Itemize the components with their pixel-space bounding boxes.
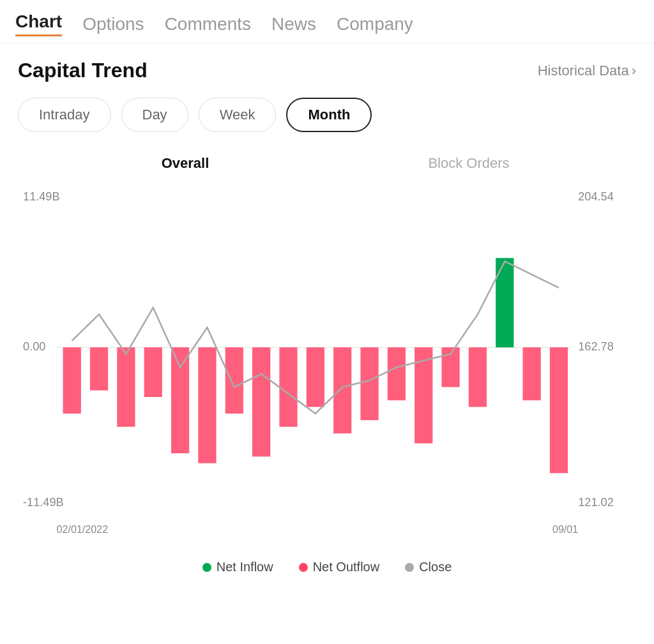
right-mid-label: 162.78	[578, 340, 614, 353]
chart-area: 11.49B 0.00 -11.49B 204.54 162.78 121.02…	[18, 182, 636, 539]
bar-9	[279, 347, 297, 426]
right-top-label: 204.54	[578, 190, 614, 203]
legend-net-inflow: Net Inflow	[202, 560, 273, 574]
historical-data-label: Historical Data	[538, 63, 629, 79]
section-header: Capital Trend Historical Data ›	[18, 59, 636, 82]
net-outflow-label: Net Outflow	[313, 560, 379, 574]
bar-1	[63, 347, 81, 414]
historical-data-link[interactable]: Historical Data ›	[538, 63, 636, 79]
nav-options[interactable]: Options	[82, 14, 144, 34]
close-label: Close	[419, 560, 452, 574]
bar-10	[307, 347, 324, 407]
x-end-label: 09/01	[552, 523, 578, 534]
tab-overall[interactable]: Overall	[43, 150, 327, 177]
bar-18	[523, 347, 541, 400]
bar-green	[496, 258, 513, 347]
bar-4	[144, 347, 162, 397]
period-day[interactable]: Day	[121, 98, 188, 132]
top-nav: Chart Options Comments News Company	[0, 0, 654, 43]
bar-8	[252, 347, 270, 456]
net-outflow-dot	[299, 563, 308, 572]
close-dot	[405, 563, 414, 572]
page-content: Capital Trend Historical Data › Intraday…	[0, 43, 654, 595]
nav-news[interactable]: News	[271, 14, 316, 34]
legend-close: Close	[405, 560, 452, 574]
net-inflow-dot	[202, 563, 211, 572]
bar-13	[388, 347, 406, 400]
bar-16	[469, 347, 487, 407]
legend-net-outflow: Net Outflow	[299, 560, 379, 574]
chevron-right-icon: ›	[632, 63, 636, 79]
net-inflow-label: Net Inflow	[217, 560, 273, 574]
bar-7	[225, 347, 243, 414]
y-zero-label: 0.00	[23, 340, 45, 353]
chart-svg: 11.49B 0.00 -11.49B 204.54 162.78 121.02…	[18, 182, 636, 539]
bar-2	[90, 347, 108, 390]
period-month[interactable]: Month	[286, 98, 372, 132]
nav-chart[interactable]: Chart	[15, 11, 62, 36]
nav-comments[interactable]: Comments	[165, 14, 251, 34]
tab-block-orders[interactable]: Block Orders	[327, 150, 611, 177]
bar-3	[117, 347, 135, 426]
legend: Net Inflow Net Outflow Close	[18, 550, 636, 580]
bar-5	[171, 347, 189, 453]
period-week[interactable]: Week	[199, 98, 277, 132]
bar-19	[550, 347, 568, 473]
x-start-label: 02/01/2022	[57, 523, 109, 534]
right-bottom-label: 121.02	[578, 495, 614, 509]
section-title: Capital Trend	[18, 59, 148, 82]
svg-rect-0	[18, 182, 636, 539]
bar-11	[333, 347, 351, 433]
chart-tabs: Overall Block Orders	[18, 150, 636, 177]
period-intraday[interactable]: Intraday	[18, 98, 111, 132]
bar-12	[360, 347, 378, 420]
nav-company[interactable]: Company	[337, 14, 413, 34]
y-max-label: 11.49B	[23, 190, 60, 203]
period-buttons: Intraday Day Week Month	[18, 98, 636, 132]
y-min-label: -11.49B	[23, 495, 64, 509]
bar-6	[198, 347, 216, 463]
